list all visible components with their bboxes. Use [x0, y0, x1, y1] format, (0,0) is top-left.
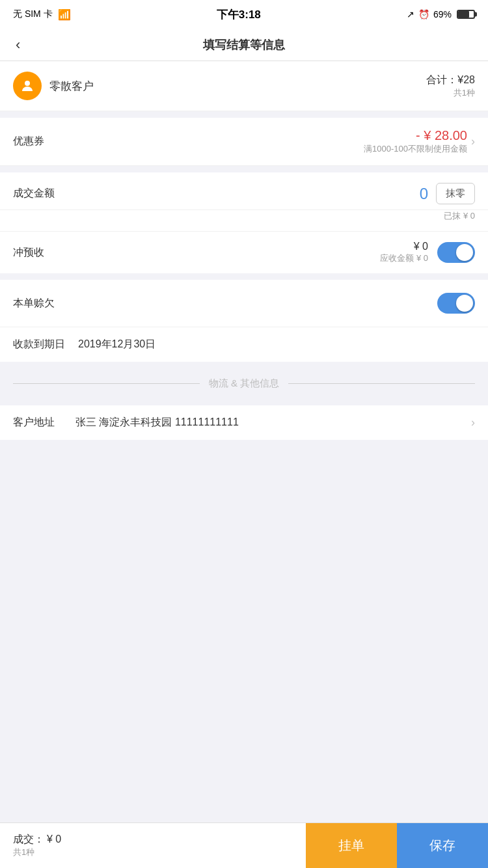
main-content: 零散客户 合计：¥28 共1种 优惠券 - ¥ 28.00 满1000-100不… [0, 61, 488, 544]
coupon-label: 优惠券 [13, 135, 44, 148]
nav-bar: ‹ 填写结算等信息 [0, 29, 488, 61]
status-right: ↗ ⏰ 69% [407, 9, 475, 20]
deal-amount-row: 成交金额 0 抹零 [0, 172, 488, 210]
prepay-sub-value: 应收金额 ¥ 0 [380, 252, 428, 264]
logistics-label: 物流 & 其他信息 [209, 377, 279, 390]
due-date-row: 收款到期日 2019年12月30日 [0, 327, 488, 362]
deal-sub-row: 已抹 ¥ 0 [0, 210, 488, 232]
bottom-info: 成交： ¥ 0 共1种 [0, 833, 306, 858]
prepay-main-value: ¥ 0 [380, 241, 428, 252]
customer-total: 合计：¥28 [426, 74, 475, 87]
deal-sub-text: 已抹 ¥ 0 [444, 210, 475, 222]
address-chevron-icon: › [471, 416, 475, 429]
customer-row: 零散客户 合计：¥28 共1种 [0, 61, 488, 111]
address-label: 客户地址 [13, 416, 65, 429]
due-date-label: 收款到期日 [13, 338, 65, 351]
coupon-value: - ¥ 28.00 [416, 128, 467, 143]
pending-button[interactable]: 挂单 [306, 823, 397, 869]
bottom-deal-value: ¥ 0 [47, 834, 61, 845]
divider-line-left [13, 383, 200, 384]
page-title: 填写结算等信息 [203, 37, 285, 53]
sim-status: 无 SIM 卡 [13, 8, 53, 20]
customer-info: 零散客户 [13, 72, 94, 100]
deal-amount-right: 0 抹零 [420, 183, 475, 204]
credit-toggle-knob [456, 295, 473, 312]
status-bar: 无 SIM 卡 📶 下午3:18 ↗ ⏰ 69% [0, 0, 488, 29]
empty-area [0, 440, 488, 544]
coupon-row[interactable]: 优惠券 - ¥ 28.00 满1000-100不限制使用金额 › [0, 118, 488, 166]
customer-summary: 合计：¥28 共1种 [426, 74, 475, 99]
coupon-chevron-icon: › [471, 135, 475, 148]
alarm-icon: ⏰ [418, 9, 429, 20]
customer-count: 共1种 [426, 87, 475, 99]
prepay-row: 冲预收 ¥ 0 应收金额 ¥ 0 [0, 232, 488, 273]
bottom-deal-line: 成交： ¥ 0 [13, 833, 293, 847]
credit-label: 本单赊欠 [13, 297, 55, 310]
prepay-values: ¥ 0 应收金额 ¥ 0 [380, 241, 428, 264]
credit-toggle[interactable] [437, 293, 475, 314]
save-button[interactable]: 保存 [397, 823, 488, 869]
back-button[interactable]: ‹ [10, 31, 25, 59]
toggle-knob [456, 244, 473, 261]
bottom-bar: 成交： ¥ 0 共1种 挂单 保存 [0, 822, 488, 868]
coupon-value-area: - ¥ 28.00 满1000-100不限制使用金额 [364, 128, 467, 155]
wifi-icon: 📶 [58, 8, 71, 21]
location-icon: ↗ [407, 9, 414, 20]
credit-row: 本单赊欠 [0, 280, 488, 327]
prepay-right: ¥ 0 应收金额 ¥ 0 [380, 241, 475, 264]
status-left: 无 SIM 卡 📶 [13, 8, 71, 21]
bottom-deal-label: 成交： [13, 833, 44, 847]
divider-line-right [288, 383, 475, 384]
deal-amount-label: 成交金额 [13, 187, 55, 200]
customer-name: 零散客户 [49, 79, 94, 94]
battery-level: 69% [433, 9, 452, 20]
address-row[interactable]: 客户地址 张三 海淀永丰科技园 11111111111 › [0, 405, 488, 440]
prepay-label: 冲预收 [13, 246, 44, 260]
status-time: 下午3:18 [217, 7, 261, 22]
bottom-count: 共1种 [13, 847, 293, 858]
svg-point-0 [25, 81, 30, 86]
address-value: 张三 海淀永丰科技园 11111111111 [75, 416, 471, 429]
round-zero-button[interactable]: 抹零 [436, 183, 475, 204]
avatar [13, 72, 42, 100]
logistics-divider: 物流 & 其他信息 [0, 368, 488, 399]
coupon-sub: 满1000-100不限制使用金额 [364, 143, 467, 155]
deal-amount-value: 0 [420, 185, 428, 203]
due-date-value: 2019年12月30日 [78, 338, 156, 351]
battery-icon [457, 10, 475, 19]
prepay-toggle[interactable] [437, 242, 475, 263]
